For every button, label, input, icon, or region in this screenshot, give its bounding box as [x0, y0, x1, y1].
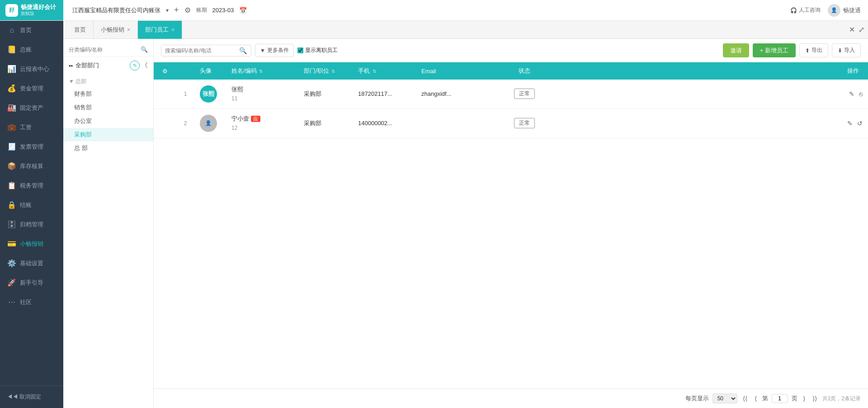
sidebar-label-reports: 云报表中心 — [20, 65, 49, 73]
all-dept-button[interactable]: ▪▪ 全部部门 — [69, 61, 99, 70]
col-phone[interactable]: 手机 ⇅ — [353, 62, 416, 80]
dept-item-finance[interactable]: 财务部 — [63, 87, 153, 101]
add-company-button[interactable]: + — [174, 5, 179, 15]
sidebar-item-guide[interactable]: 🚀 新手引导 — [0, 273, 63, 292]
employee-table-container: ⚙ 头像 姓名/编码 ⇅ 部门/职位 ⇅ 手机 ⇅ — [154, 62, 868, 389]
unpin-label: ◀◀ 取消固定 — [7, 393, 41, 401]
dept-office-label: 办公室 — [74, 117, 92, 124]
next-page-button[interactable]: ⟩ — [801, 394, 807, 403]
status-badge-2: 正常 — [514, 118, 535, 128]
add-employee-button[interactable]: + 新增员工 — [753, 43, 796, 57]
sidebar-item-settings[interactable]: ⚙️ 基础设置 — [0, 253, 63, 273]
sidebar-item-expense[interactable]: 💳 小畅报销 — [0, 234, 63, 253]
col-name[interactable]: 姓名/编码 ⇅ — [226, 62, 298, 80]
phone-sort-icon: ⇅ — [373, 69, 376, 74]
sidebar-label-closing: 结账 — [20, 201, 32, 209]
sidebar-item-capital[interactable]: 💰 资金管理 — [0, 79, 63, 98]
first-page-button[interactable]: ⟨⟨ — [741, 394, 749, 403]
reports-icon: 📊 — [7, 65, 16, 73]
sidebar-label-ledger: 总账 — [20, 46, 32, 54]
employee-search-input[interactable] — [165, 47, 237, 54]
header-right: 🎧 人工咨询 👤 畅捷通 — [790, 4, 861, 17]
tab-expand-button[interactable]: ⤢ — [859, 25, 864, 34]
sidebar-item-archive[interactable]: 🗄️ 归档管理 — [0, 215, 63, 234]
import-label: 导入 — [844, 47, 855, 54]
avatar-1: 张熙 — [194, 80, 226, 108]
assets-icon: 🏭 — [7, 103, 16, 112]
logo-text-area: 畅捷通好会计 旗舰版 — [21, 4, 56, 17]
tab-dept-employee-close[interactable]: × — [171, 27, 175, 33]
logo-title: 畅捷通好会计 — [21, 4, 56, 11]
tab-close-all-button[interactable]: ✕ — [849, 25, 855, 34]
collapse-icon: ▼ — [69, 78, 74, 84]
edit-icon-1[interactable]: ✎ — [849, 90, 854, 98]
sidebar-label-home: 首页 — [20, 26, 32, 34]
table-row: 2👤宁小壹应12采购部140000002...正常✎↺ — [154, 108, 868, 138]
tab-expense-report[interactable]: 小畅报销 × — [94, 21, 138, 39]
tab-expense-report-close[interactable]: × — [127, 27, 130, 33]
dept-collapse-button[interactable]: 《 — [142, 61, 148, 70]
avatar-circle-1: 张熙 — [200, 85, 217, 103]
edit-icon-2[interactable]: ✎ — [847, 120, 853, 127]
avatar-2: 👤 — [194, 108, 226, 138]
employee-search-box: 🔍 — [161, 45, 251, 56]
col-settings[interactable]: ⚙ — [154, 62, 176, 80]
dept-item-headquarters[interactable]: 总 部 — [63, 141, 153, 155]
sidebar-item-tax[interactable]: 📋 税务管理 — [0, 176, 63, 195]
employee-table: ⚙ 头像 姓名/编码 ⇅ 部门/职位 ⇅ 手机 ⇅ — [154, 62, 868, 138]
logout-icon-1[interactable]: ⎋ — [859, 90, 863, 98]
header-settings-button[interactable]: ⚙ — [184, 6, 191, 14]
unpin-button[interactable]: ◀◀ 取消固定 — [0, 389, 63, 404]
calendar-button[interactable]: 📅 — [239, 7, 247, 14]
dept-item-office[interactable]: 办公室 — [63, 114, 153, 128]
per-page-select[interactable]: 50 10 20 100 — [712, 394, 737, 403]
sidebar-item-ledger[interactable]: 📒 总账 — [0, 40, 63, 59]
col-dept[interactable]: 部门/职位 ⇅ — [298, 62, 353, 80]
tab-dept-employee[interactable]: 部门员工 × — [138, 21, 182, 39]
tab-home[interactable]: 首页 — [67, 21, 94, 39]
sidebar-item-inventory[interactable]: 📦 库存核算 — [0, 156, 63, 176]
dept-edit-button[interactable]: ✎ — [130, 61, 140, 70]
archive-icon: 🗄️ — [7, 220, 16, 229]
search-icon[interactable]: 🔍 — [239, 47, 247, 54]
sidebar-item-invoice[interactable]: 🧾 发票管理 — [0, 137, 63, 156]
sidebar-item-assets[interactable]: 🏭 固定资产 — [0, 98, 63, 117]
sidebar-label-assets: 固定资产 — [20, 104, 43, 112]
sidebar-item-salary[interactable]: 💼 工资 — [0, 117, 63, 137]
delete-icon-2[interactable]: ↺ — [857, 120, 863, 127]
sidebar-label-more: 社区 — [20, 298, 32, 306]
sidebar-item-reports[interactable]: 📊 云报表中心 — [0, 59, 63, 79]
row-num-1: 1 — [176, 80, 194, 108]
sidebar-item-more[interactable]: ⋯ 社区 — [0, 292, 63, 312]
closing-icon: 🔒 — [7, 201, 16, 209]
show-resigned-checkbox[interactable] — [297, 47, 303, 53]
show-resigned-label[interactable]: 显示离职员工 — [297, 47, 338, 54]
last-page-button[interactable]: ⟩⟩ — [811, 394, 819, 403]
dept-search-icon[interactable]: 🔍 — [141, 46, 148, 53]
dept-item-sales[interactable]: 销售部 — [63, 101, 153, 114]
company-dropdown-button[interactable]: ▾ — [166, 7, 169, 14]
import-button[interactable]: ⬇ 导入 — [832, 43, 861, 57]
emp-email-1: zhangxidf... — [416, 80, 497, 108]
dept-list: ▼ 总部 财务部 销售部 办公室 采购部 — [63, 74, 153, 157]
more-filter-button[interactable]: ▼ 更多条件 — [255, 44, 294, 57]
col-avatar: 头像 — [194, 62, 226, 80]
invite-button[interactable]: 邀请 — [723, 43, 749, 57]
sidebar-item-closing[interactable]: 🔒 结账 — [0, 195, 63, 215]
table-row: 1张熙张熙11采购部187202117...zhangxidf...正常✎⎋ — [154, 80, 868, 108]
emp-status-2: 正常 — [497, 108, 552, 138]
page-content: 🔍 ▪▪ 全部部门 ✎ 《 ▼ 总部 — [63, 39, 868, 408]
export-button[interactable]: ⬆ 导出 — [799, 43, 828, 57]
company-name: 江西服宝精品有限责任公司内账张 — [72, 6, 160, 14]
row-num-2: 2 — [176, 108, 194, 138]
page-input[interactable] — [772, 394, 788, 403]
dept-search-input[interactable] — [69, 47, 138, 53]
prev-page-button[interactable]: ⟨ — [753, 394, 759, 403]
all-dept-grid-icon: ▪▪ — [69, 62, 73, 69]
service-button[interactable]: 🎧 人工咨询 — [790, 6, 821, 14]
employee-list: 🔍 ▼ 更多条件 显示离职员工 邀请 + 新增员工 ⬆ — [154, 39, 868, 408]
status-badge-1: 正常 — [514, 89, 535, 99]
sidebar-item-home[interactable]: ⌂ 首页 — [0, 21, 63, 40]
dept-item-purchase[interactable]: 采购部 — [63, 128, 153, 141]
sidebar-label-archive: 归档管理 — [20, 220, 43, 229]
